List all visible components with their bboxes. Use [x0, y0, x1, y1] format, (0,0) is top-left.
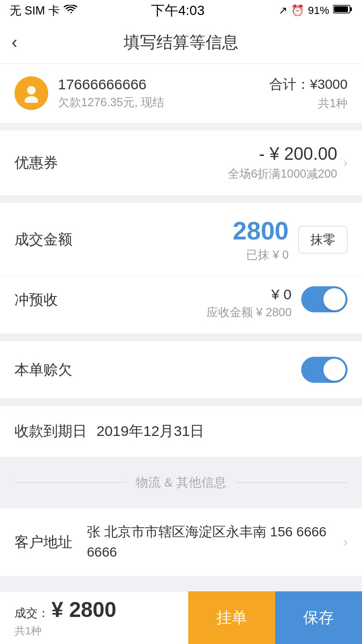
- hang-button[interactable]: 挂单: [188, 591, 275, 644]
- due-date-value: 2019年12月31日: [97, 421, 204, 441]
- sim-label: 无 SIM 卡: [10, 3, 60, 18]
- prepay-sub: 应收金额 ¥ 2800: [207, 305, 292, 320]
- address-row[interactable]: 客户地址 张 北京市市辖区海淀区永丰南 156 6666 6666 ›: [0, 508, 362, 576]
- status-right: ↗ ⏰ 91%: [278, 4, 352, 17]
- save-button[interactable]: 保存: [275, 591, 362, 644]
- user-left: 17666666666 欠款1276.35元, 现结: [14, 76, 164, 110]
- amount-label: 成交金额: [14, 230, 72, 250]
- chevron-right-icon: ›: [343, 155, 348, 170]
- svg-point-4: [25, 96, 38, 103]
- svg-point-3: [27, 86, 36, 95]
- prepay-right: ¥ 0 应收金额 ¥ 2800: [207, 286, 348, 320]
- svg-rect-2: [334, 6, 348, 12]
- address-value: 张 北京市市辖区海淀区永丰南 156 6666 6666: [87, 522, 343, 562]
- prepay-toggle[interactable]: [301, 286, 348, 312]
- page-title: 填写结算等信息: [124, 31, 238, 54]
- user-info-row: 17666666666 欠款1276.35元, 现结 合计：¥3000 共1种: [0, 64, 362, 123]
- divider-line-left: [14, 482, 126, 483]
- content: 17666666666 欠款1276.35元, 现结 合计：¥3000 共1种 …: [0, 64, 362, 644]
- debit-label: 本单赊欠: [14, 360, 72, 380]
- debit-row: 本单赊欠: [0, 341, 362, 398]
- coupon-row[interactable]: 优惠券 - ¥ 200.00 全场6折满1000减200 ›: [0, 130, 362, 195]
- divider-text: 物流 & 其他信息: [126, 474, 236, 491]
- battery-icon: [333, 4, 352, 17]
- prepay-label: 冲预收: [14, 286, 58, 310]
- divider-line-right: [236, 482, 348, 483]
- prepay-amount: ¥ 0: [207, 286, 292, 303]
- coupon-discount: - ¥ 200.00: [228, 144, 337, 164]
- wifi-icon: [64, 4, 77, 17]
- bottom-bar: 成交： ¥ 2800 共1种 挂单 保存: [0, 591, 362, 644]
- user-details: 17666666666 欠款1276.35元, 现结: [58, 76, 164, 110]
- round-zero-button[interactable]: 抹零: [298, 226, 348, 253]
- bottom-deal-line: 成交： ¥ 2800: [14, 598, 174, 622]
- svg-rect-1: [350, 7, 352, 11]
- location-icon: ↗: [278, 4, 287, 17]
- amount-value: 2800: [233, 216, 289, 245]
- debit-toggle[interactable]: [301, 357, 348, 383]
- amount-sub: 已抹 ¥ 0: [233, 247, 289, 263]
- toggle-knob: [323, 288, 346, 310]
- prepay-values: ¥ 0 应收金额 ¥ 2800: [207, 286, 292, 320]
- user-count: 共1种: [269, 96, 348, 111]
- amount-info: 2800 已抹 ¥ 0: [233, 216, 289, 263]
- due-date-row: 收款到期日 2019年12月31日: [0, 406, 362, 457]
- battery-label: 91%: [308, 4, 329, 17]
- coupon-right: - ¥ 200.00 全场6折满1000减200 ›: [228, 144, 348, 182]
- user-phone: 17666666666: [58, 76, 164, 93]
- section-divider: 物流 & 其他信息: [0, 464, 362, 501]
- back-button[interactable]: ‹: [12, 32, 17, 53]
- coupon-info: - ¥ 200.00 全场6折满1000减200: [228, 144, 337, 182]
- bottom-amount: ¥ 2800: [51, 598, 116, 621]
- due-date-label: 收款到期日: [14, 421, 87, 441]
- bottom-summary: 成交： ¥ 2800 共1种: [0, 598, 188, 638]
- amount-row: 成交金额 2800 已抹 ¥ 0 抹零: [0, 203, 362, 276]
- nav-bar: ‹ 填写结算等信息: [0, 21, 362, 64]
- bottom-deal-label: 成交：: [14, 606, 49, 619]
- coupon-label: 优惠券: [14, 153, 58, 173]
- bottom-count: 共1种: [14, 624, 174, 638]
- address-label: 客户地址: [14, 532, 72, 552]
- prepay-row: 冲预收 ¥ 0 应收金额 ¥ 2800: [0, 276, 362, 334]
- alarm-icon: ⏰: [291, 4, 304, 17]
- status-left: 无 SIM 卡: [10, 3, 77, 18]
- user-debt: 欠款1276.35元, 现结: [58, 95, 164, 110]
- status-time: 下午4:03: [151, 1, 205, 20]
- debit-toggle-knob: [323, 359, 346, 381]
- address-chevron-icon: ›: [343, 534, 348, 550]
- status-bar: 无 SIM 卡 下午4:03 ↗ ⏰ 91%: [0, 0, 362, 21]
- user-total: 合计：¥3000: [269, 75, 348, 94]
- avatar: [14, 76, 48, 110]
- amount-section: 成交金额 2800 已抹 ¥ 0 抹零 冲预收 ¥ 0 应收金额 ¥ 2800: [0, 203, 362, 334]
- user-right: 合计：¥3000 共1种: [269, 75, 348, 111]
- amount-right: 2800 已抹 ¥ 0 抹零: [233, 216, 348, 263]
- coupon-desc: 全场6折满1000减200: [228, 166, 337, 182]
